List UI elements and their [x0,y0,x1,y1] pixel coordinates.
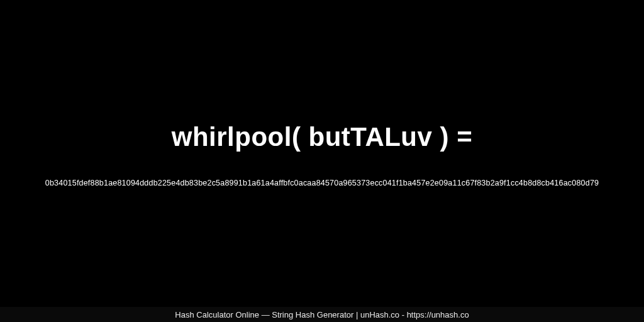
hash-output-value: 0b34015fdef88b1ae81094dddb225e4db83be2c5… [45,179,599,187]
footer-bar: Hash Calculator Online — String Hash Gen… [0,307,644,322]
hash-expression: whirlpool( butTALuv ) = [172,122,472,152]
footer-text: Hash Calculator Online — String Hash Gen… [175,310,469,319]
main-content: whirlpool( butTALuv ) = 0b34015fdef88b1a… [0,0,644,322]
